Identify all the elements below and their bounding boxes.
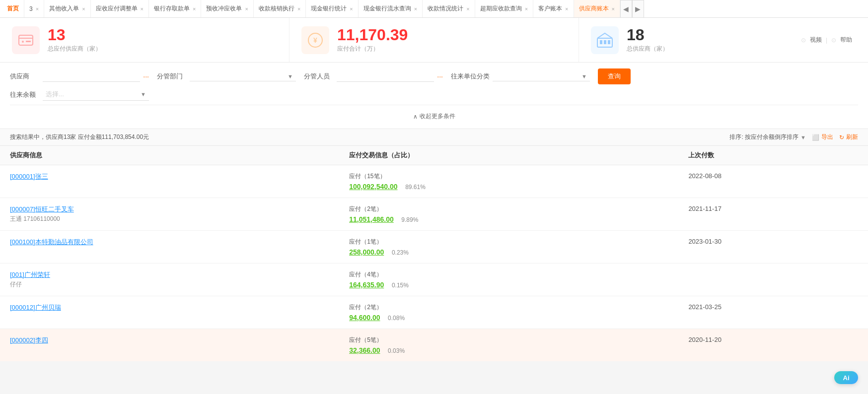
dept-select[interactable]: ▼ [190,72,296,81]
transaction-label: 应付（1笔） [349,238,688,246]
nav-tab-3[interactable]: 3 × [24,0,44,18]
nav-tab-cash-bank-stat[interactable]: 现金银行统计 × [306,0,358,18]
dept-label: 分管部门 [157,72,187,81]
nav-tab-home[interactable]: 首页 [2,0,24,18]
transaction-info: 应付（1笔） 258,000.00 0.23% [349,238,688,256]
nav-next-button[interactable]: ▶ [632,0,644,18]
table-row: [000100]本特勤油品有限公司 应付（1笔） 258,000.00 0.23… [0,231,868,263]
close-icon[interactable]: × [193,6,196,12]
close-icon[interactable]: × [414,6,417,12]
nav-tab-overdue[interactable]: 超期应收款查询 × [475,0,533,18]
nav-tab-receipt-stat[interactable]: 收款情况统计 × [423,0,475,18]
person-input[interactable] [337,71,434,82]
nav-tab-advance-receipt[interactable]: 预收冲应收单 × [201,0,253,18]
filter-dept: 分管部门 ▼ [157,72,296,81]
last-payment: 2021-11-17 [688,205,858,212]
transaction-percent: 0.23% [392,249,409,256]
supplier-info: [000001]张三 [10,172,349,181]
supplier-link[interactable]: [000100]本特勤油品有限公司 [10,238,349,247]
circle-icon2: ⊙ [831,37,836,44]
category-select[interactable]: ▼ [493,72,590,81]
nav-tab-supplier-account[interactable]: 供应商账本 × [574,0,620,18]
chevron-down-icon2: ▼ [581,73,587,79]
nav-tab-ap-adjust-label: 应收应付调整单 [96,4,138,13]
filter-row-2: 往来余额 选择... ▼ [10,88,858,101]
close-icon[interactable]: × [350,6,353,12]
table-row: [000001]张三 应付（15笔） 100,092,540.00 89.61%… [0,165,868,198]
close-icon[interactable]: × [466,6,469,12]
nav-tab-3-label: 3 [29,5,33,12]
nav-tab-customer-account[interactable]: 客户账本 × [533,0,574,18]
stat-payable-suppliers: 13 总应付供应商（家） [0,18,289,62]
total-suppliers-label: 总供应商（家） [627,45,668,53]
video-link[interactable]: 视频 [810,36,822,44]
nav-tab-receipt-exec[interactable]: 收款核销执行 × [254,0,306,18]
stat-payable-total: ¥ 11,170.39 应付合计（万） [289,18,579,62]
last-payment: 2023-01-30 [688,238,858,245]
nav-tab-overdue-label: 超期应收款查询 [480,4,522,13]
supplier-link[interactable]: [001]广州荣轩 [10,270,349,279]
sort-button[interactable]: 排序: 按应付余额倒序排序 ▼ [729,133,806,141]
balance-placeholder: 选择... [46,90,64,99]
nav-tab-bank-deposit[interactable]: 银行存取款单 × [149,0,201,18]
supplier-info: [000002]李四 [10,336,349,345]
close-icon[interactable]: × [565,6,568,12]
svg-rect-0 [19,35,33,45]
close-icon[interactable]: × [245,6,248,12]
supplier-info: [001]广州荣轩 仔仔 [10,270,349,289]
transaction-info: 应付（15笔） 100,092,540.00 89.61% [349,172,688,191]
collapse-button[interactable]: ∧ 收起更多条件 [407,110,461,123]
refresh-label: 刷新 [846,133,858,141]
table-row: [000002]李四 应付（5笔） 32,366.00 0.03% 2020-1… [0,329,868,361]
close-icon[interactable]: × [525,6,528,12]
nav-tab-cash-bank-stat-label: 现金银行统计 [311,4,347,13]
close-icon[interactable]: × [82,6,85,12]
nav-tab-receipt-exec-label: 收款核销执行 [259,4,294,13]
supplier-dots-icon[interactable]: ··· [143,72,149,80]
balance-select[interactable]: 选择... ▼ [43,88,149,101]
sort-chevron-icon: ▼ [800,134,806,140]
close-icon[interactable]: × [612,6,615,12]
transaction-amount[interactable]: 258,000.00 [349,248,384,256]
transaction-amount[interactable]: 100,092,540.00 [349,183,397,191]
transaction-amount[interactable]: 32,366.00 [349,346,380,354]
supplier-link[interactable]: [000012]广州贝瑞 [10,303,349,312]
filter-balance: 往来余额 选择... ▼ [10,88,149,101]
supplier-link[interactable]: [000007]恒旺二手叉车 [10,205,349,214]
chevron-down-icon3: ▼ [141,91,146,97]
supplier-link[interactable]: [000001]张三 [10,172,349,181]
filter-person: 分管人员 ··· [304,71,443,82]
close-icon[interactable]: × [141,6,144,12]
sort-label: 排序: 按应付余额倒序排序 [729,133,798,141]
svg-rect-6 [600,40,602,44]
transaction-percent: 0.03% [388,347,405,354]
table-row: [000012]广州贝瑞 应付（2笔） 94,600.00 0.08% 2021… [0,296,868,329]
export-button[interactable]: ⬜ 导出 [812,133,833,141]
transaction-percent: 0.15% [392,282,409,289]
refresh-button[interactable]: ↻ 刷新 [839,133,858,141]
person-dots-icon[interactable]: ··· [437,72,443,80]
supplier-info: [000007]恒旺二手叉车 王通 17106110000 [10,205,349,223]
nav-prev-button[interactable]: ◀ [620,0,632,18]
nav-tab-ap-adjust[interactable]: 应收应付调整单 × [91,0,149,18]
close-icon[interactable]: × [36,6,39,12]
supplier-info: [000100]本特勤油品有限公司 [10,238,349,247]
transaction-amount[interactable]: 94,600.00 [349,314,380,322]
top-nav: 首页 3 × 其他收入单 × 应收应付调整单 × 银行存取款单 × 预收冲应收单… [0,0,868,18]
transaction-label: 应付（2笔） [349,205,688,213]
close-icon[interactable]: × [297,6,300,12]
chevron-up-icon: ∧ [413,113,418,120]
export-label: 导出 [821,133,833,141]
supplier-link[interactable]: [000002]李四 [10,336,349,345]
nav-tab-other-income[interactable]: 其他收入单 × [44,0,90,18]
help-link[interactable]: 帮助 [840,36,852,44]
supplier-input[interactable] [43,71,140,82]
nav-tab-cash-flow[interactable]: 现金银行流水查询 × [359,0,423,18]
transaction-label: 应付（2笔） [349,303,688,312]
transaction-amount[interactable]: 164,635.90 [349,281,384,289]
transaction-amount[interactable]: 11,051,486.00 [349,215,394,223]
query-button[interactable]: 查询 [598,68,631,84]
nav-tab-other-income-label: 其他收入单 [49,4,79,13]
transaction-info: 应付（4笔） 164,635.90 0.15% [349,270,688,289]
payable-suppliers-icon [12,26,40,54]
